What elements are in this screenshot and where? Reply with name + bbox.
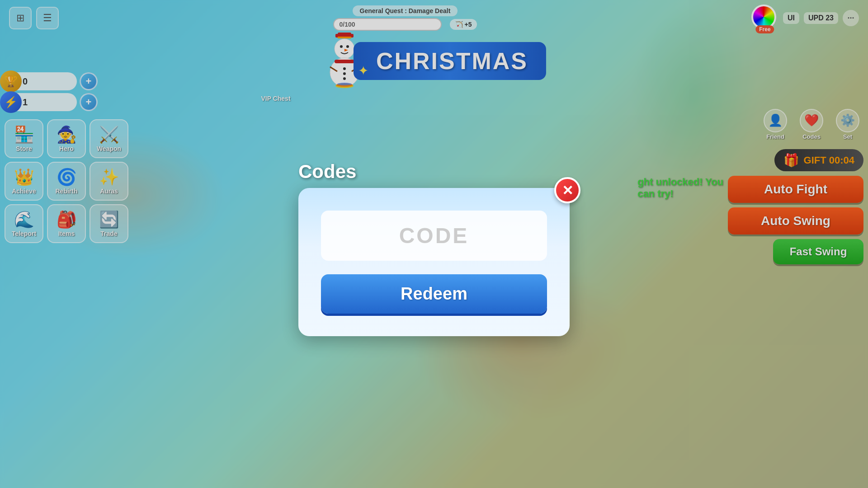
codes-modal: Codes ✕ Redeem xyxy=(298,188,570,336)
codes-modal-overlay: Codes ✕ Redeem xyxy=(0,0,868,488)
redeem-button[interactable]: Redeem xyxy=(321,274,547,314)
codes-modal-title: Codes xyxy=(298,161,356,183)
close-modal-button[interactable]: ✕ xyxy=(554,177,580,203)
code-input-field[interactable] xyxy=(321,211,547,261)
